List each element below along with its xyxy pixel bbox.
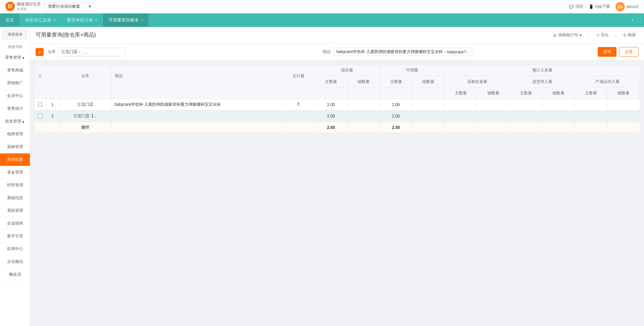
sidebar-item-enterprise[interactable]: 企业协同	[0, 217, 30, 230]
sidebar-item-retail-mall[interactable]: 零售商城	[0, 64, 30, 77]
purchase-transit-header: 采购在途量	[445, 76, 510, 88]
product-tag-1: babycare学饮杯 儿童防摔防撞吸管杯重力球吸嘴杯宝宝水杯 ×	[336, 49, 446, 55]
setting-button[interactable]: 设置	[619, 47, 639, 57]
close-window-button[interactable]: ×	[631, 17, 634, 23]
row-production-main	[575, 99, 607, 110]
sidebar-item-wechat[interactable]: 企业微信	[0, 255, 30, 268]
sidebar-item-retail[interactable]: 零售管理 ▲	[0, 51, 30, 64]
chevron-down-icon: ▾	[580, 33, 582, 38]
user-profile[interactable]: Ea demo2	[615, 2, 639, 11]
total-row: 合计 2.00 2.00	[35, 122, 640, 133]
warehouse-more-btn[interactable]: ...	[82, 49, 89, 55]
product-input[interactable]: babycare学饮杯 儿童防摔防撞吸管杯重力球吸嘴杯宝宝水杯 × babyca…	[333, 48, 472, 56]
product-col-header: 商品	[111, 65, 282, 88]
goods-incoming-header: 进货待入量	[510, 76, 575, 88]
sidebar-item-wholesale[interactable]: 批发管理 ▲	[0, 115, 30, 128]
row-production-main	[575, 110, 607, 122]
message-button[interactable]: 💬 消息	[569, 4, 583, 9]
avail-aux-qty-header: 辅数量	[412, 76, 445, 88]
sidebar-item-ecommerce[interactable]: 电商管理	[0, 128, 30, 141]
page-title-row: 可用量查询(按仓库+商品) 🖨 按模板打印 ▾ | ↗ 导出 | ↻	[36, 31, 639, 43]
row-num: 1	[46, 99, 59, 110]
tab-requisition[interactable]: 要货单统计表 ×	[61, 13, 103, 27]
export-button[interactable]: ↗ 导出	[593, 31, 611, 39]
industry-selector[interactable]: 母婴行业演示账套 ▾	[44, 2, 95, 11]
current-stock-col-header: 现存量	[315, 65, 380, 76]
avatar: Ea	[615, 2, 625, 11]
row-num: 2	[46, 110, 59, 122]
row-purchase-main	[445, 99, 477, 110]
tab-close-available[interactable]: ×	[141, 18, 143, 22]
sidebar-item-operations[interactable]: 经营管理	[0, 179, 30, 192]
content-area: 可用量查询(按仓库+商品) 🖨 按模板打印 ▾ | ↗ 导出 | ↻	[30, 27, 644, 326]
sidebar-item-member2[interactable]: 畅会员	[0, 268, 30, 281]
refresh-button[interactable]: ↻ 刷新	[621, 31, 639, 39]
nav-tabs: 首页 收发存汇总表 × 要货单统计表 × 可用量库存账本 × × ⛶	[0, 13, 644, 27]
product-filter-group: 商品 babycare学饮杯 儿童防摔防撞吸管杯重力球吸嘴杯宝宝水杯 × bab…	[323, 48, 594, 56]
warehouse-input[interactable]: 江北门店 × ...	[58, 48, 125, 56]
sidebar-item-quick-nav[interactable]: 快捷导航	[0, 42, 30, 51]
sidebar-item-system[interactable]: 系统管理	[0, 204, 30, 217]
tab-receivable[interactable]: 收发存汇总表 ×	[20, 13, 61, 27]
row-warehouse: 江北门店【...	[59, 110, 111, 122]
incoming-main-header: 主数量	[510, 88, 542, 99]
incoming-aux-header: 辅数量	[542, 88, 575, 99]
expand-filter-button[interactable]: »	[36, 48, 44, 56]
logo-area: 好 畅捷通好生意 标准版	[5, 2, 41, 11]
window-buttons: × ⛶	[629, 13, 644, 27]
top-bar: 好 畅捷通好生意 标准版 母婴行业演示账套 ▾ 💬 消息 📱 App下载 Ea …	[0, 0, 644, 13]
warehouse-label: 仓库	[48, 49, 56, 55]
tab-home[interactable]: 首页	[0, 13, 20, 27]
sidebar-item-retail-stats[interactable]: 零售统计	[0, 102, 30, 115]
top-bar-right: 💬 消息 📱 App下载 Ea demo2	[569, 2, 639, 11]
row-available-aux	[412, 99, 445, 110]
row-main-unit	[282, 110, 315, 122]
maximize-window-button[interactable]: ⛶	[637, 17, 641, 23]
print-icon: 🖨	[553, 33, 557, 38]
planned-in-col-header: 预计入库量	[445, 65, 640, 76]
query-button[interactable]: 查询	[598, 47, 616, 57]
print-template-button[interactable]: 🖨 按模板打印 ▾	[550, 31, 584, 39]
warehouse-col-header: 仓库	[59, 65, 111, 88]
sidebar-item-basic[interactable]: 基础信息	[0, 192, 30, 204]
row-checkbox-cell[interactable]	[35, 110, 46, 122]
table-container: ⚙ 仓库 商品 主计量 现存量 可用量 预计入库量 主数量 辅数量 主数量	[30, 60, 644, 326]
product-tag-1-close[interactable]: ×	[444, 50, 446, 54]
warehouse-tag-close[interactable]: ×	[78, 50, 80, 54]
sidebar-item-inventory[interactable]: 库存核算	[0, 153, 30, 166]
sidebar-search-area: 搜索菜单	[0, 27, 30, 42]
avail-main-qty-header: 主数量	[380, 76, 412, 88]
product-label: 商品	[323, 49, 331, 55]
settings-col-header: ⚙	[35, 65, 46, 88]
num-col-header	[46, 65, 59, 88]
sidebar-item-appcenter[interactable]: 应用中心	[0, 243, 30, 255]
tab-close-requisition[interactable]: ×	[95, 18, 97, 22]
sidebar-item-finance[interactable]: 资金管理	[0, 166, 30, 179]
row-purchase-main	[445, 110, 477, 122]
filter-area: » 仓库 江北门店 × ... 商品 babycare学饮杯 儿童防摔防撞吸管杯…	[30, 44, 644, 60]
message-icon: 💬	[569, 4, 574, 9]
sidebar-item-newguide[interactable]: 新手引导	[0, 230, 30, 243]
sidebar-item-member[interactable]: 会员中心	[0, 90, 30, 102]
total-stock-main: 2.00	[315, 122, 347, 133]
row-stock-main: 2.00	[315, 110, 347, 122]
search-menu-button[interactable]: 搜索菜单	[3, 30, 27, 39]
table-row: 2 江北门店【... 2.00 2.00	[35, 110, 640, 122]
app-download-button[interactable]: 📱 App下载	[589, 4, 610, 9]
row-checkbox-cell[interactable]	[35, 99, 46, 110]
row-available-main: 2.00	[380, 110, 412, 122]
stock-main-qty-header: 主数量	[315, 76, 347, 88]
row-stock-aux	[347, 110, 380, 122]
tab-close-receivable[interactable]: ×	[53, 18, 56, 22]
purchase-main-header: 主数量	[445, 88, 477, 99]
main-unit-col-header: 主计量	[282, 65, 315, 88]
chevron-down-icon: ▾	[89, 4, 91, 9]
table-row: 1 江北门店 babycare学饮杯 儿童防摔防撞吸管杯重力球吸嘴杯宝宝水杯 个…	[35, 99, 640, 110]
total-available-main: 2.00	[380, 122, 412, 133]
filter-buttons: 查询 设置	[598, 47, 639, 57]
sidebar-item-marketing[interactable]: 营销推广	[0, 77, 30, 90]
sidebar-item-purchase[interactable]: 采购管理	[0, 141, 30, 153]
table-settings-icon[interactable]: ⚙	[38, 74, 42, 79]
total-label: 合计	[59, 122, 111, 133]
tab-available[interactable]: 可用量库存账本 ×	[103, 13, 149, 27]
